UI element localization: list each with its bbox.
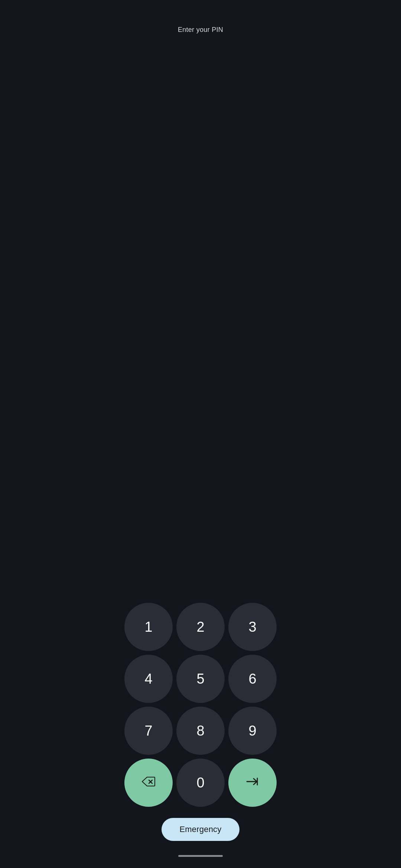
keypad-area: 1 2 3 4 5 6 7 8 (111, 603, 290, 841)
key-backspace[interactable] (124, 759, 173, 807)
key-3[interactable]: 3 (228, 603, 277, 651)
key-0[interactable]: 0 (176, 759, 225, 807)
enter-icon (246, 776, 259, 789)
key-enter[interactable] (228, 759, 277, 807)
key-7[interactable]: 7 (124, 707, 173, 755)
key-2[interactable]: 2 (176, 603, 225, 651)
key-4[interactable]: 4 (124, 655, 173, 703)
key-1[interactable]: 1 (124, 603, 173, 651)
keypad-grid: 1 2 3 4 5 6 7 8 (124, 603, 277, 807)
key-8[interactable]: 8 (176, 707, 225, 755)
key-6[interactable]: 6 (228, 655, 277, 703)
key-9[interactable]: 9 (228, 707, 277, 755)
lock-screen: Enter your PIN 1 2 3 4 5 6 (111, 0, 290, 868)
backspace-icon (142, 776, 155, 790)
emergency-button[interactable]: Emergency (162, 818, 239, 841)
pin-title: Enter your PIN (178, 26, 223, 34)
home-indicator (178, 855, 223, 857)
key-5[interactable]: 5 (176, 655, 225, 703)
